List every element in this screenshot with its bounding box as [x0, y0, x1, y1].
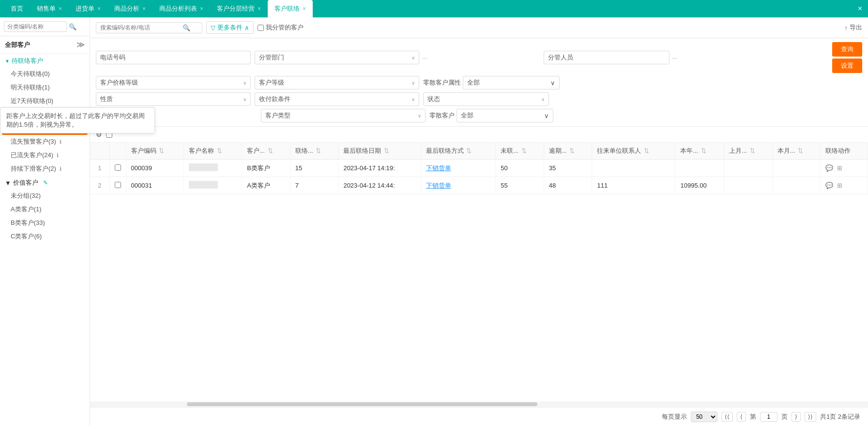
- status-field[interactable]: 状态 ∨: [423, 92, 549, 106]
- zero-retail-attr-select[interactable]: 全部 ∨: [463, 76, 560, 89]
- sidebar-collapse-btn[interactable]: ≫: [76, 40, 85, 49]
- customer-type-field[interactable]: 客户类型 ∨: [261, 109, 426, 122]
- row-checkbox-1[interactable]: [115, 164, 121, 171]
- nav-purchase[interactable]: 进货单 ×: [69, 0, 107, 17]
- grid-icon-2[interactable]: ⊞: [837, 182, 842, 189]
- nav-product-analysis-list-close[interactable]: ×: [200, 5, 203, 12]
- table-header-row: 客户编码 ⇅ 客户名称 ⇅ 客户... ⇅ 联络...: [90, 143, 868, 160]
- row-check-2[interactable]: [109, 177, 126, 194]
- row-contact-1: 15: [290, 160, 338, 177]
- query-button[interactable]: 查询: [832, 42, 862, 57]
- sidebar-item-lost[interactable]: 已流失客户(24) ℹ: [0, 148, 90, 162]
- horizontal-scrollbar[interactable]: [90, 401, 868, 407]
- sort-history[interactable]: ⇅: [644, 147, 649, 154]
- nav-home[interactable]: 首页: [4, 0, 30, 17]
- filter-search-box[interactable]: 🔍: [96, 22, 202, 33]
- row-last-month-2: [724, 177, 773, 194]
- window-close-button[interactable]: ×: [858, 4, 862, 13]
- sort-not-contacted[interactable]: ⇅: [521, 147, 527, 154]
- sidebar-all-customers-header: 全部客户 ≫: [0, 36, 90, 54]
- sidebar-item-a-class[interactable]: A类客户(1): [0, 203, 90, 216]
- scroll-thumb[interactable]: [187, 402, 537, 406]
- sidebar-group-pending[interactable]: ▼ 待联络客户: [0, 54, 90, 67]
- filter-row-1: 电话号码 分管部门 ∨ ··· 分管人员 ··· 查询: [96, 42, 862, 73]
- chat-icon-2[interactable]: 💬: [825, 182, 833, 189]
- sidebar-item-ungroup[interactable]: 未分组(32): [0, 189, 90, 203]
- nav-product-analysis-close[interactable]: ×: [142, 5, 146, 12]
- sidebar-item-tomorrow[interactable]: 明天待联络(1): [0, 81, 90, 94]
- row-overdue-1: 35: [544, 160, 592, 177]
- export-button[interactable]: ↑ 导出: [845, 23, 863, 32]
- sidebar-search-input[interactable]: [4, 21, 67, 32]
- sort-code[interactable]: ⇅: [159, 147, 164, 154]
- nav-customer-contact[interactable]: 客户联络 ×: [268, 0, 313, 17]
- nav-purchase-close[interactable]: ×: [97, 5, 101, 12]
- sort-last-way[interactable]: ⇅: [466, 147, 472, 154]
- sidebar-search-icon[interactable]: 🔍: [69, 23, 76, 30]
- sort-last-month[interactable]: ⇅: [750, 147, 755, 154]
- sort-this-year[interactable]: ⇅: [701, 147, 706, 154]
- phone-field[interactable]: 电话号码: [96, 51, 251, 64]
- branch-dept-field[interactable]: 分管部门 ∨: [255, 51, 419, 64]
- nav-customer-tier[interactable]: 客户分层经营 ×: [210, 0, 268, 17]
- sidebar-item-lost-warning[interactable]: 流失预警客户(3) ℹ: [0, 135, 90, 148]
- dots1[interactable]: ···: [422, 54, 427, 61]
- gender-field[interactable]: 性质 ∨: [96, 92, 251, 106]
- sidebar-item-c-class[interactable]: C类客户(6): [0, 230, 90, 243]
- grid-icon-1[interactable]: ⊞: [837, 164, 842, 172]
- th-code: 客户编码 ⇅: [126, 143, 184, 160]
- sidebar-item-declining[interactable]: 持续下滑客户(2) ℹ: [0, 162, 90, 176]
- dots2[interactable]: ···: [672, 54, 678, 61]
- last-way-link-2[interactable]: 下销货单: [426, 182, 451, 189]
- sort-overdue[interactable]: ⇅: [569, 147, 575, 154]
- sort-contact[interactable]: ⇅: [316, 147, 321, 154]
- page-input[interactable]: [760, 412, 777, 422]
- sidebar-group-value[interactable]: ▼ 价值客户 ✎: [0, 176, 90, 189]
- nav-customer-contact-close[interactable]: ×: [303, 5, 306, 12]
- sidebar-item-today[interactable]: 今天待联络(0): [0, 67, 90, 81]
- main-layout: 🔍 全部客户 ≫ ▼ 待联络客户 今天待联络(0) 明天待联络(1) 近7天待联…: [0, 17, 868, 426]
- chat-icon-1[interactable]: 💬: [825, 164, 833, 172]
- row-check-1[interactable]: [109, 160, 126, 177]
- nav-product-analysis[interactable]: 商品分析 ×: [107, 0, 152, 17]
- th-last-date: 最后联络日期 ⇅: [338, 143, 421, 160]
- nav-sales[interactable]: 销售单 ×: [30, 0, 69, 17]
- last-page-btn[interactable]: ⟩⟩: [805, 412, 816, 422]
- filter-search-input[interactable]: [100, 24, 183, 31]
- next-page-btn[interactable]: ⟩: [792, 412, 801, 422]
- filter-row-2: 客户价格等级 ∨ 客户等级 ∨ 零散客户属性 全部 ∨: [96, 76, 862, 89]
- filter-search-icon[interactable]: 🔍: [183, 24, 190, 31]
- zero-retail-attr-field: 零散客户属性 全部 ∨: [423, 76, 560, 89]
- sidebar-item-7days[interactable]: 近7天待联络(0): [0, 94, 90, 108]
- nav-sales-close[interactable]: ×: [59, 5, 62, 12]
- last-way-link-1[interactable]: 下销货单: [426, 164, 451, 172]
- table-area: ⚙ 客户编码 ⇅ 客户名称 ⇅: [90, 127, 868, 401]
- row-last-way-2[interactable]: 下销货单: [421, 177, 496, 194]
- per-page-label: 每页显示: [662, 412, 687, 421]
- customer-price-field[interactable]: 客户价格等级 ∨: [96, 76, 251, 89]
- pagination: 每页显示 50 100 200 ⟨⟨ ⟨ 第 页 ⟩ ⟩⟩ 共1页 2条记录: [90, 407, 868, 426]
- value-group-edit[interactable]: ✎: [43, 179, 48, 186]
- my-customer-checkbox[interactable]: [258, 25, 264, 31]
- first-page-btn[interactable]: ⟨⟨: [721, 412, 733, 422]
- sort-type[interactable]: ⇅: [268, 147, 273, 154]
- row-name-2: [184, 177, 242, 194]
- customer-level-field[interactable]: 客户等级 ∨: [255, 76, 419, 89]
- nav-customer-tier-close[interactable]: ×: [258, 5, 261, 12]
- row-checkbox-2[interactable]: [115, 182, 121, 188]
- sidebar-item-b-class[interactable]: B类客户(33): [0, 216, 90, 230]
- payment-field[interactable]: 收付款条件 ∨: [255, 92, 419, 106]
- prev-page-btn[interactable]: ⟨: [737, 412, 746, 422]
- sort-this-month[interactable]: ⇅: [798, 147, 803, 154]
- sort-last-date[interactable]: ⇅: [384, 147, 389, 154]
- more-conditions-btn[interactable]: ▽ 更多条件 ∧: [206, 21, 254, 34]
- settings-button[interactable]: 设置: [832, 59, 862, 73]
- per-page-select[interactable]: 50 100 200: [691, 411, 717, 422]
- row-this-year-1: [675, 160, 724, 177]
- export-icon: ↑: [845, 24, 848, 31]
- row-last-way-1[interactable]: 下销货单: [421, 160, 496, 177]
- nav-product-analysis-list[interactable]: 商品分析列表 ×: [152, 0, 210, 17]
- zero-retail-select[interactable]: 全部 ∨: [457, 109, 553, 122]
- sort-name[interactable]: ⇅: [217, 147, 222, 154]
- branch-person-field[interactable]: 分管人员: [544, 51, 670, 64]
